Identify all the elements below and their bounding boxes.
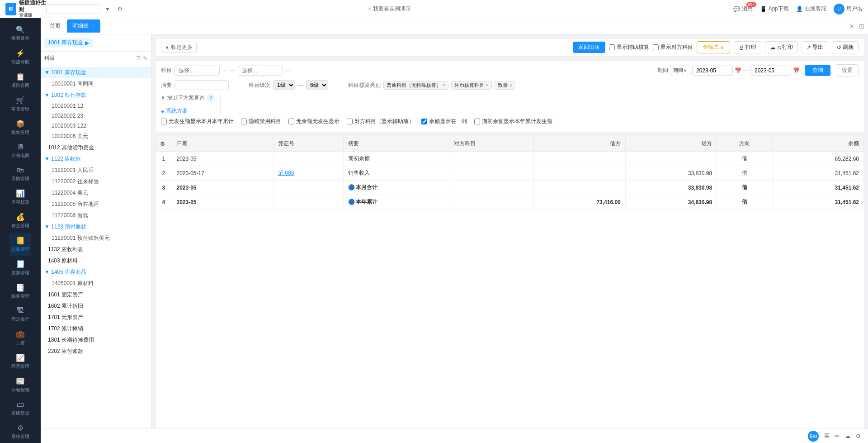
- sidebar-item-capital[interactable]: 💰 资金管理: [9, 209, 31, 233]
- sidebar-item-inventory[interactable]: 📊 库存核算: [9, 186, 31, 209]
- summary-input[interactable]: [175, 80, 229, 90]
- cloud-print-btn[interactable]: ☁ 云打印: [765, 41, 798, 53]
- tree-item-14050001[interactable]: 14050001 原材料: [41, 278, 151, 289]
- tree-item-1132[interactable]: 1132 应收利息: [41, 244, 151, 255]
- sidebar-item-tax[interactable]: 📑 税务管理: [9, 280, 31, 303]
- period-end-input[interactable]: [750, 66, 791, 76]
- checkbox-cb3[interactable]: 无余额无发生显示: [288, 118, 340, 125]
- tab-home[interactable]: 首页: [44, 19, 66, 33]
- tree-item-11220005[interactable]: 11220005 所在地区: [41, 199, 151, 210]
- sidebar-item-retail[interactable]: 🛒 零售管理: [9, 92, 31, 116]
- sidebar-item-assets[interactable]: 🏗 固定资产: [9, 303, 31, 326]
- sidebar-item-wholesale[interactable]: 📦 批发管理: [9, 116, 31, 139]
- sidebar-item-report[interactable]: 📰 小畅报销: [9, 373, 31, 397]
- tree-item-10020006[interactable]: 10020006 美元: [41, 131, 151, 142]
- tree-item-1002[interactable]: ▼ 1002 银行存款: [41, 90, 151, 101]
- sidebar-item-ledger[interactable]: 📒 总账管理: [9, 233, 31, 256]
- sidebar-item-system[interactable]: ⚙ 系统管理: [9, 420, 31, 443]
- bottom-bar-cloud-icon[interactable]: ☁: [845, 433, 850, 439]
- th-settings[interactable]: ⚙: [156, 136, 172, 152]
- message-btn[interactable]: 💬 消息 99+: [733, 5, 753, 13]
- tree-item-11220006[interactable]: 11220006 游戏: [41, 210, 151, 221]
- system-plan-btn[interactable]: ● 系统方案: [161, 107, 188, 115]
- show-helper-checkbox[interactable]: 显示辅助核算: [609, 43, 649, 51]
- app-download-btn[interactable]: 📱 App下载: [760, 5, 789, 13]
- quantity-tag-arrow[interactable]: ∨: [509, 83, 512, 88]
- collapse-btn[interactable]: ∧ 收起更多: [161, 42, 197, 53]
- tree-item-10020003[interactable]: 10020003 122: [41, 121, 151, 131]
- online-service-btn[interactable]: 👤 在线客服: [796, 5, 826, 13]
- tabs-expand-btn[interactable]: ⊡: [859, 23, 864, 30]
- gold-mode-btn[interactable]: 金额式 ∨: [697, 41, 730, 53]
- subject-more-btn2[interactable]: ···: [286, 67, 290, 74]
- checkbox-cb1[interactable]: 无发生额显示本月本年累计: [161, 118, 234, 125]
- topbar-search-input[interactable]: [46, 4, 100, 14]
- checkbox-cb5[interactable]: 余额显示在一列: [421, 118, 467, 125]
- checkbox-cb6[interactable]: 期初余额显示本年累计发生额: [474, 118, 552, 125]
- checkbox-cb4[interactable]: 对方科目（显示辅助项）: [347, 118, 414, 125]
- tree-item-1012[interactable]: 1012 其他货币资金: [41, 142, 151, 153]
- sidebar-item-search[interactable]: 🔍 搜索菜单: [9, 22, 31, 45]
- tree-item-1702[interactable]: 1702 累计摊销: [41, 323, 151, 334]
- sidebar-item-base[interactable]: 🗃 基础信息: [9, 397, 31, 420]
- tree-item-2202[interactable]: 2202 应付账款: [41, 346, 151, 357]
- sidebar-item-shortcut[interactable]: ⚡ 快捷导航: [9, 45, 31, 69]
- period-type-btn[interactable]: 期间∨: [670, 66, 690, 75]
- eat-btn[interactable]: Eat: [808, 431, 819, 442]
- refresh-btn[interactable]: ↺ 刷新: [832, 41, 859, 53]
- level-to-select[interactable]: 6级5级4级: [306, 80, 328, 90]
- tree-item-10010001[interactable]: 10010001 同同同: [41, 78, 151, 90]
- export-btn[interactable]: ↗ 导出: [802, 41, 828, 53]
- tree-item-1123[interactable]: ▼ 1123 预付账款: [41, 221, 151, 233]
- sidebar-item-ecommerce[interactable]: 🖥 小畅电商: [9, 139, 31, 162]
- user-avatar-btn[interactable]: U 用户名: [834, 4, 863, 14]
- tree-item-1601[interactable]: 1601 固定资产: [41, 289, 151, 300]
- level-from-select[interactable]: 1级2级3级: [273, 80, 295, 90]
- sidebar-item-salary[interactable]: 💼 工资: [9, 326, 31, 350]
- back-old-btn[interactable]: 返回旧版: [573, 42, 605, 53]
- period-start-input[interactable]: [692, 66, 733, 76]
- cell-voucher-1[interactable]: 记-006: [273, 166, 343, 181]
- tree-item-11220001[interactable]: 11220001 人民币: [41, 165, 151, 176]
- topbar-dropdown-btn[interactable]: ▼: [102, 5, 113, 13]
- checkbox-cb2[interactable]: 隐藏禁用科目: [241, 118, 281, 125]
- setting-btn[interactable]: 设置: [836, 64, 859, 76]
- tree-item-1602[interactable]: 1602 累计折旧: [41, 300, 151, 312]
- sidebar-item-operation[interactable]: 📈 经营管理: [9, 350, 31, 373]
- subject-more-btn[interactable]: ···: [222, 67, 227, 74]
- tree-item-1403[interactable]: 1403 原材料: [41, 255, 151, 267]
- subject-input2[interactable]: [238, 66, 283, 76]
- demo-btn[interactable]: ○ 我要看实例演示: [368, 5, 411, 13]
- tabs-close-all-btn[interactable]: ✕: [849, 23, 854, 30]
- subject-input[interactable]: [175, 66, 220, 76]
- tree-item-10020001[interactable]: 10020001 12: [41, 101, 151, 111]
- show-opposite-checkbox[interactable]: 显示对方科目: [653, 43, 693, 51]
- tree-item-1122[interactable]: ▼ 1122 应收款: [41, 153, 151, 165]
- tree-item-11220002[interactable]: 11220002 往来标签: [41, 176, 151, 187]
- search-btn[interactable]: 查询: [805, 65, 830, 76]
- bottom-bar-settings-icon[interactable]: ⚙: [856, 433, 861, 439]
- period-calendar-icon[interactable]: 📅: [735, 67, 741, 74]
- category-tag1-close[interactable]: ×: [443, 82, 445, 88]
- voucher-link-1[interactable]: 记-006: [278, 170, 294, 176]
- edit-icon[interactable]: ✎: [143, 55, 147, 62]
- sidebar-item-project[interactable]: 📋 项目合同: [9, 69, 31, 92]
- settings-icon[interactable]: ⚙: [160, 141, 165, 147]
- tree-item-10020002[interactable]: 10020002 23: [41, 111, 151, 121]
- period-calendar-icon2[interactable]: 📅: [793, 67, 800, 74]
- list-icon[interactable]: ☰: [136, 55, 141, 62]
- category-tag2-close[interactable]: ×: [486, 82, 488, 88]
- tab-close-icon[interactable]: ×: [92, 24, 95, 29]
- sidebar-item-purchase[interactable]: 🛍 采购管理: [9, 162, 31, 186]
- tree-item-11230001[interactable]: 11230001 预付账款美元: [41, 233, 151, 244]
- print-btn[interactable]: 🖨 打印: [734, 41, 761, 53]
- tree-item-1801[interactable]: 1801 长期待摊费用: [41, 334, 151, 346]
- topbar-settings-btn[interactable]: ⚙: [115, 5, 125, 13]
- bottom-bar-edit-icon[interactable]: ✏: [835, 433, 840, 439]
- tree-item-1405[interactable]: ▼ 1405 库存商品: [41, 267, 151, 278]
- sidebar-item-invoice[interactable]: 🧾 发票管理: [9, 256, 31, 280]
- query-plan-help-icon[interactable]: ?: [207, 94, 215, 102]
- tree-item-1701[interactable]: 1701 无形资产: [41, 312, 151, 323]
- tree-item-11220004[interactable]: 11220004 美元: [41, 187, 151, 199]
- tree-item-1001[interactable]: ▼ 1001 库存现金: [41, 67, 151, 78]
